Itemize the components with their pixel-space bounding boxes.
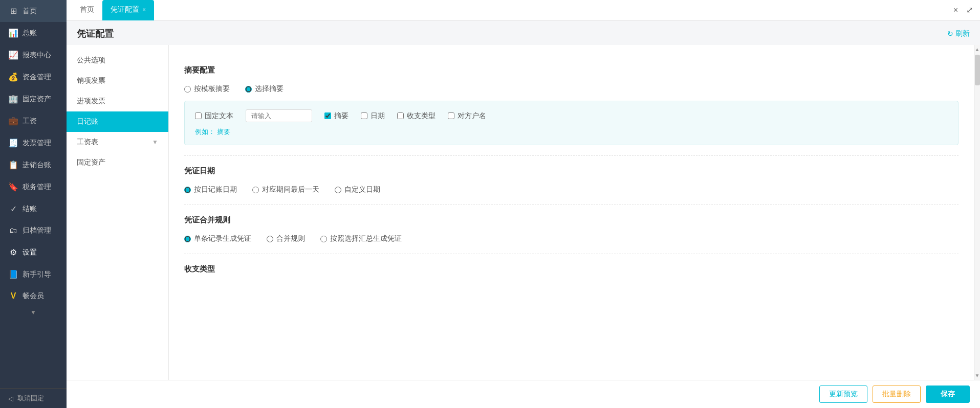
vip-icon: V — [8, 291, 18, 301]
settings-icon: ⚙ — [8, 247, 18, 257]
sidebar-item-guide[interactable]: 📘 新手引导 — [0, 263, 67, 285]
voucher-date-radio-group: 按日记账日期 对应期间最后一天 自定义日期 — [184, 185, 959, 194]
sidebar-item-settings[interactable]: ⚙ 设置 — [0, 241, 67, 263]
section-date-title: 凭证日期 — [184, 166, 959, 176]
trade-icon: 📋 — [8, 160, 18, 170]
batch-delete-button[interactable]: 批量删除 — [873, 386, 921, 403]
radio-journal-date[interactable]: 按日记账日期 — [184, 185, 237, 194]
left-nav-journal[interactable]: 日记账 — [67, 111, 168, 132]
left-nav-sales-invoice[interactable]: 销项发票 — [67, 71, 168, 91]
update-preview-button[interactable]: 更新预览 — [819, 386, 867, 403]
tab-expand-btn[interactable]: ⤢ — [964, 3, 975, 17]
section-voucher-date: 凭证日期 按日记账日期 对应期间最后一天 自定义日期 — [184, 156, 959, 205]
check-date[interactable]: 日期 — [361, 111, 385, 121]
scroll-down-arrow[interactable]: ▼ — [974, 371, 980, 380]
sidebar-item-funds[interactable]: 💰 资金管理 — [0, 66, 67, 88]
summary-radio-group: 按模板摘要 选择摘要 — [184, 84, 959, 94]
sidebar-item-salary[interactable]: 💼 工资 — [0, 110, 67, 132]
pin-icon: ◁ — [8, 395, 13, 402]
home-icon: ⊞ — [8, 6, 18, 16]
page-title: 凭证配置 — [77, 28, 114, 40]
radio-template-summary[interactable]: 按模板摘要 — [184, 84, 230, 94]
summary-config-box: 固定文本 摘要 日期 — [184, 101, 959, 145]
section-summary-config: 摘要配置 按模板摘要 选择摘要 — [184, 55, 959, 156]
scroll-up-arrow[interactable]: ▲ — [974, 45, 980, 54]
summary-checkboxes: 固定文本 摘要 日期 — [195, 109, 948, 122]
tab-voucher-config[interactable]: 凭证配置 × — [102, 0, 154, 20]
tab-close-btn[interactable]: × — [142, 6, 146, 13]
sidebar-item-vip[interactable]: V 畅会员 — [0, 285, 67, 307]
scroll-thumb[interactable] — [975, 55, 980, 85]
section-merge-rule: 凭证合并规则 单条记录生成凭证 合并规则 按照选择汇总生成凭证 — [184, 205, 959, 254]
section-summary-title: 摘要配置 — [184, 65, 959, 75]
sidebar-item-tax[interactable]: 🔖 税务管理 — [0, 176, 67, 198]
left-nav-public-options[interactable]: 公共选项 — [67, 50, 168, 71]
section-income-title: 收支类型 — [184, 264, 959, 274]
guide-icon: 📘 — [8, 269, 18, 279]
radio-single-record[interactable]: 单条记录生成凭证 — [184, 234, 251, 243]
tab-bar: 首页 凭证配置 × × ⤢ — [67, 0, 980, 20]
left-nav-fixed-assets[interactable]: 固定资产 — [67, 152, 168, 173]
check-fixed-text[interactable]: 固定文本 — [195, 111, 233, 121]
radio-custom-date[interactable]: 自定义日期 — [335, 185, 380, 194]
tab-bar-actions: × ⤢ — [951, 3, 975, 17]
chevron-down-icon: ▼ — [152, 139, 158, 146]
right-content: 摘要配置 按模板摘要 选择摘要 — [169, 45, 974, 380]
page-header: 凭证配置 ↻ 刷新 — [67, 20, 980, 45]
check-income-expense-type[interactable]: 收支类型 — [397, 111, 435, 121]
sidebar-unpin[interactable]: ◁ 取消固定 — [0, 388, 67, 408]
radio-select-summary[interactable]: 选择摘要 — [245, 84, 284, 94]
merge-rule-radio-group: 单条记录生成凭证 合并规则 按照选择汇总生成凭证 — [184, 234, 959, 243]
save-button[interactable]: 保存 — [926, 386, 970, 403]
reports-icon: 📈 — [8, 50, 18, 60]
section-merge-title: 凭证合并规则 — [184, 215, 959, 225]
archive-icon: 🗂 — [8, 226, 18, 235]
check-summary[interactable]: 摘要 — [324, 111, 349, 121]
refresh-button[interactable]: ↻ 刷新 — [947, 29, 970, 38]
radio-period-last[interactable]: 对应期间最后一天 — [252, 185, 319, 194]
body-layout: 公共选项 销项发票 进项发票 日记账 工资表 ▼ 固定资产 — [67, 45, 980, 380]
section-income-expense: 收支类型 — [184, 254, 959, 293]
sidebar: ⊞ 首页 📊 总账 📈 报表中心 💰 资金管理 🏢 固定资产 💼 工资 🧾 发票… — [0, 0, 67, 408]
sidebar-item-assets[interactable]: 🏢 固定资产 — [0, 88, 67, 110]
tax-icon: 🔖 — [8, 182, 18, 192]
assets-icon: 🏢 — [8, 94, 18, 104]
outer-scrollbar: ▲ ▼ — [974, 45, 980, 380]
radio-summary-voucher[interactable]: 按照选择汇总生成凭证 — [320, 234, 402, 243]
content-wrapper: 凭证配置 ↻ 刷新 公共选项 销项发票 进项发票 日记账 — [67, 20, 980, 408]
fixed-text-input[interactable] — [246, 109, 312, 122]
checkout-icon: ✓ — [8, 204, 18, 214]
main-area: 首页 凭证配置 × × ⤢ 凭证配置 ↻ 刷新 公共选项 — [67, 0, 980, 408]
sidebar-scroll-down[interactable]: ▼ — [0, 307, 67, 318]
left-nav: 公共选项 销项发票 进项发票 日记账 工资表 ▼ 固定资产 — [67, 45, 169, 380]
sidebar-item-reports[interactable]: 📈 报表中心 — [0, 44, 67, 66]
sidebar-item-trade[interactable]: 📋 进销台账 — [0, 154, 67, 176]
sidebar-item-home[interactable]: ⊞ 首页 — [0, 0, 67, 22]
salary-icon: 💼 — [8, 116, 18, 126]
sidebar-item-ledger[interactable]: 📊 总账 — [0, 22, 67, 44]
tab-close-window-btn[interactable]: × — [951, 3, 960, 17]
tab-home[interactable]: 首页 — [72, 0, 102, 20]
left-nav-purchase-invoice[interactable]: 进项发票 — [67, 91, 168, 111]
check-counter-name[interactable]: 对方户名 — [448, 111, 486, 121]
sidebar-item-invoice[interactable]: 🧾 发票管理 — [0, 132, 67, 154]
radio-merge-rule[interactable]: 合并规则 — [267, 234, 305, 243]
sidebar-item-checkout[interactable]: ✓ 结账 — [0, 198, 67, 220]
ledger-icon: 📊 — [8, 28, 18, 38]
summary-example: 例如： 摘要 — [195, 127, 948, 137]
bottom-bar: 更新预览 批量删除 保存 — [67, 380, 980, 408]
refresh-icon: ↻ — [947, 30, 953, 38]
invoice-icon: 🧾 — [8, 138, 18, 148]
sidebar-item-archive[interactable]: 🗂 归档管理 — [0, 220, 67, 241]
funds-icon: 💰 — [8, 72, 18, 82]
left-nav-payroll[interactable]: 工资表 ▼ — [67, 132, 168, 152]
